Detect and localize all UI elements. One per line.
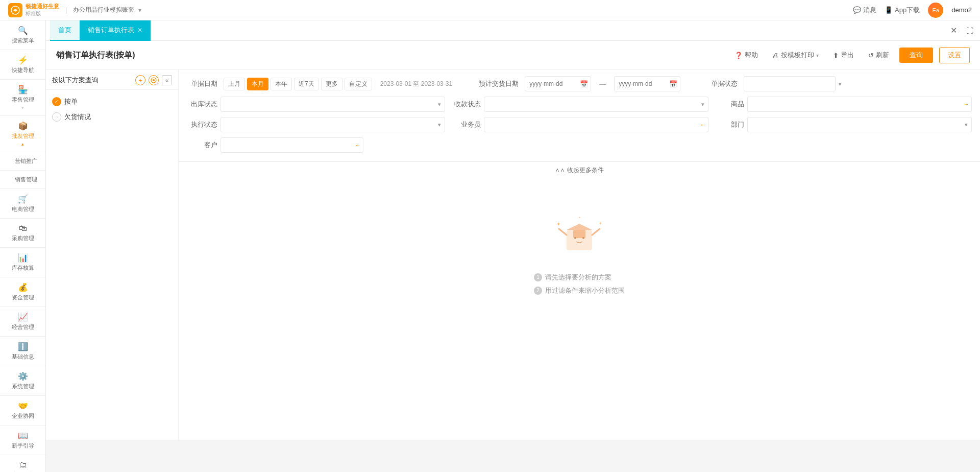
empty-illustration: ✦ ✦ ✦: [554, 209, 605, 261]
salesperson-input-wrap: ···: [484, 117, 708, 132]
sidebar-item-purchase[interactable]: 🛍 采购管理: [0, 219, 45, 248]
user-name[interactable]: demo2: [951, 6, 972, 14]
scheme-item-by-debt[interactable]: ○ 欠货情况: [46, 109, 178, 125]
tip-num-2: 2: [534, 287, 542, 295]
print-dropdown-icon: ▾: [816, 53, 819, 58]
left-panel: 按以下方案查询 + « ✓ 按单: [46, 70, 179, 440]
system-icon: ⚙️: [18, 371, 28, 381]
tab-close-window-btn[interactable]: ✕: [947, 25, 960, 37]
left-panel-header: 按以下方案查询 + «: [46, 75, 178, 90]
filter-section: 单据日期 上月 本月 本年 近7天 更多 自定义 2023-03-01 至 20…: [179, 70, 980, 161]
help-icon: ❓: [734, 52, 743, 59]
collapse-panel-btn[interactable]: «: [162, 75, 172, 85]
sidebar-item-guide[interactable]: 📖 新手引导: [0, 426, 45, 455]
info-icon: ℹ️: [18, 342, 28, 351]
breadcrumb-dropdown[interactable]: ▾: [138, 7, 141, 14]
app-download-btn[interactable]: 📱 App下载: [885, 6, 920, 15]
sidebar-item-search-menu[interactable]: 🔍 搜索菜单: [0, 20, 45, 50]
page-inner: 销售订单执行表(按单) ❓ 帮助 🖨 按模板打印 ▾ ⬆: [46, 41, 980, 440]
collapse-bar[interactable]: ∧∧ 收起更多条件: [179, 161, 980, 179]
sidebar-item-ecommerce[interactable]: 🛒 电商管理: [0, 189, 45, 219]
add-scheme-btn[interactable]: +: [135, 75, 145, 85]
tip-num-1: 1: [534, 273, 542, 281]
tab-bar: 首页 销售订单执行表 ✕ ✕ ⛶: [46, 20, 980, 41]
exec-status-label: 执行状态: [187, 120, 217, 129]
order-status-select[interactable]: [744, 76, 836, 91]
date-btn-more[interactable]: 更多: [321, 78, 342, 90]
settings-btn[interactable]: 设置: [939, 47, 970, 63]
sidebar-item-system[interactable]: ⚙️ 系统管理: [0, 366, 45, 396]
date-btn-7days[interactable]: 近7天: [294, 78, 319, 90]
order-status-select-wrap: ▾: [744, 76, 846, 91]
help-btn[interactable]: ❓ 帮助: [730, 49, 762, 62]
page-title: 销售订单执行表(按单): [56, 50, 135, 61]
salesperson-label: 业务员: [450, 120, 481, 129]
product-input-wrap: ···: [747, 97, 972, 112]
expected-date-from-input[interactable]: [525, 76, 591, 91]
date-btn-this-month[interactable]: 本月: [247, 78, 268, 90]
sidebar-item-wholesale[interactable]: 📦 批发管理 ▴: [0, 116, 45, 152]
sidebar-item-enterprise[interactable]: 🤝 企业协同: [0, 396, 45, 426]
exec-status-select[interactable]: [220, 117, 445, 132]
copy-scheme-btn[interactable]: [149, 75, 159, 85]
message-icon: 💬: [853, 6, 861, 14]
print-btn[interactable]: 🖨 按模板打印 ▾: [768, 49, 823, 62]
chevron-up-icon: ▴: [21, 141, 24, 147]
sidebar-item-quick-nav[interactable]: ⚡ 快捷导航: [0, 50, 45, 80]
main-layout: 🔍 搜索菜单 ⚡ 快捷导航 🏪 零售管理 ▾ 📦 批发管理 ▴ 营销推广 销售管…: [0, 20, 980, 472]
department-label: 部门: [714, 120, 744, 129]
sidebar-item-sales[interactable]: 销售管理: [0, 171, 45, 189]
customer-input[interactable]: [220, 137, 363, 153]
sidebar-item-app-center[interactable]: 🗂 应用中心: [0, 455, 45, 472]
svg-line-8: [559, 229, 567, 235]
breadcrumb-text: 办公用品行业模拟账套: [73, 6, 134, 14]
expected-date-to-wrap: 📅: [614, 76, 680, 91]
sidebar-item-finance[interactable]: 💰 资金管理: [0, 277, 45, 307]
expected-date-to-input[interactable]: [614, 76, 680, 91]
order-status-dropdown-icon: ▾: [839, 81, 842, 87]
search-icon: 🔍: [18, 26, 28, 35]
date-btn-last-month[interactable]: 上月: [224, 78, 245, 90]
export-btn[interactable]: ⬆ 导出: [829, 49, 858, 62]
date-label: 单据日期: [187, 79, 217, 88]
tab-controls: ✕ ⛶: [947, 25, 976, 37]
product-input[interactable]: [747, 97, 972, 112]
message-btn[interactable]: 💬 消息: [853, 6, 876, 15]
refresh-btn[interactable]: ↺ 刷新: [864, 49, 893, 62]
logo-text: 畅捷通好生意 标准版: [26, 3, 59, 17]
scheme-list: ✓ 按单 ○ 欠货情况: [46, 90, 178, 129]
department-cell: 部门 ▾: [714, 117, 972, 132]
page-content: 销售订单执行表(按单) ❓ 帮助 🖨 按模板打印 ▾ ⬆: [46, 41, 980, 472]
query-btn[interactable]: 查询: [899, 48, 933, 63]
warehouse-status-select[interactable]: [220, 97, 445, 112]
exec-status-wrap: ▾: [220, 117, 445, 132]
sidebar-item-retail[interactable]: 🏪 零售管理 ▾: [0, 80, 45, 116]
sidebar-item-operations[interactable]: 📈 经营管理: [0, 307, 45, 337]
salesperson-cell: 业务员 ···: [450, 117, 708, 132]
avatar[interactable]: Ea: [928, 3, 943, 18]
app-icon: 🗂: [19, 460, 27, 469]
enterprise-icon: 🤝: [18, 401, 28, 411]
logo-area: 畅捷通好生意 标准版: [8, 3, 59, 17]
date-btn-this-year[interactable]: 本年: [271, 78, 292, 90]
sidebar-item-basic-info[interactable]: ℹ️ 基础信息: [0, 337, 45, 366]
sidebar-item-marketing[interactable]: 营销推广: [0, 152, 45, 171]
scheme-item-by-order[interactable]: ✓ 按单: [46, 94, 178, 109]
payment-status-label: 收款状态: [450, 100, 481, 109]
payment-status-cell: 收款状态 ▾: [450, 97, 708, 112]
date-btn-custom[interactable]: 自定义: [345, 78, 372, 90]
expected-date-label: 预计交货日期: [479, 79, 519, 88]
inventory-icon: 📊: [18, 253, 28, 263]
department-select[interactable]: [747, 117, 972, 132]
tab-close-btn[interactable]: ✕: [137, 27, 142, 34]
tab-sales-exec[interactable]: 销售订单执行表 ✕: [80, 20, 151, 41]
filter-row-4: 客户 ···: [187, 137, 972, 153]
tab-expand-btn[interactable]: ⛶: [964, 25, 976, 37]
expected-date-from-wrap: 📅: [525, 76, 591, 91]
retail-icon: 🏪: [18, 85, 28, 95]
filter-content-layout: 按以下方案查询 + « ✓ 按单: [46, 70, 980, 440]
payment-status-select[interactable]: [484, 97, 708, 112]
tab-home[interactable]: 首页: [50, 20, 80, 41]
sidebar-item-inventory[interactable]: 📊 库存核算: [0, 248, 45, 277]
salesperson-input[interactable]: [484, 117, 708, 132]
